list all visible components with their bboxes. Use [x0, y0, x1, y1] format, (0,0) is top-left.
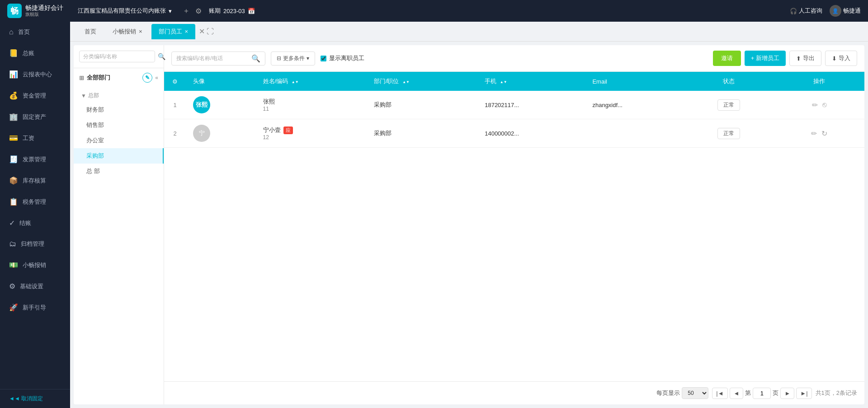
tab-dept-label: 部门员工	[159, 28, 182, 36]
page-size-select: 每页显示 10 20 50 100	[656, 387, 708, 399]
row2-dept: 采购部	[374, 130, 392, 136]
tab-expense[interactable]: 小畅报销 ×	[105, 24, 150, 39]
close-accounts-icon: ✓	[9, 219, 15, 227]
sidebar-item-ledger[interactable]: 📒 总账	[0, 42, 70, 64]
row1-logout-icon[interactable]: ⎋	[822, 101, 827, 109]
row1-dept: 采购部	[374, 101, 392, 108]
export-icon: ⬆	[796, 55, 801, 62]
sidebar-item-assets[interactable]: 🏢 固定资产	[0, 106, 70, 127]
row1-code: 11	[263, 106, 359, 112]
guide-icon: 🚀	[9, 303, 18, 312]
col-avatar-label: 头像	[193, 78, 205, 84]
company-selector[interactable]: 江西服宝精品有限责任公司内账张 ▾	[78, 7, 172, 15]
tab-dept[interactable]: 部门员工 ×	[151, 24, 196, 39]
content-area: 首页 小畅报销 × 部门员工 × ✕ ⛶ 🔍	[70, 22, 868, 408]
tab-home[interactable]: 首页	[77, 24, 104, 39]
row1-edit-icon[interactable]: ✏	[812, 101, 818, 109]
sidebar-item-settings[interactable]: ⚙ 基础设置	[0, 276, 70, 297]
row2-code: 12	[263, 134, 359, 141]
add-tab-icon[interactable]: ＋	[183, 6, 190, 16]
next-page-button[interactable]: ►	[780, 388, 794, 399]
dept-sort-icon[interactable]: ▲▼	[402, 80, 410, 84]
user-menu[interactable]: 👤 畅捷通	[830, 5, 861, 17]
username-label: 畅捷通	[843, 7, 861, 15]
per-page-dropdown[interactable]: 10 20 50 100	[682, 387, 708, 399]
col-name[interactable]: 姓名/编码 ▲▼	[256, 72, 367, 91]
sidebar-label-salary: 工资	[23, 134, 34, 142]
sidebar-label-ledger: 总账	[23, 49, 34, 57]
ledger-icon: 📒	[9, 49, 18, 57]
triangle-icon: ▼	[81, 93, 86, 99]
sidebar-item-expense[interactable]: 💵 小畅报销	[0, 254, 70, 276]
close-all-button[interactable]: ✕	[199, 27, 205, 36]
top-actions: ＋ ⚙	[183, 6, 202, 16]
dept-search-input[interactable]	[79, 51, 155, 62]
add-dept-icon[interactable]: ✎	[142, 73, 152, 83]
last-page-button[interactable]: ►|	[796, 388, 811, 399]
sidebar-item-home[interactable]: ⌂ 首页	[0, 22, 70, 42]
phone-sort-icon[interactable]: ▲▼	[500, 80, 507, 84]
row2-status-badge: 正常	[717, 128, 740, 139]
period-value[interactable]: 2023-03	[223, 8, 245, 14]
row2-dept-cell: 采购部	[367, 119, 477, 148]
col-gear: ⚙	[164, 72, 186, 91]
settings-icon[interactable]: ⚙	[195, 7, 202, 15]
filter-label: 更多条件	[283, 55, 305, 62]
all-dept-header[interactable]: ⊞ 全部部门 ✎ «	[74, 68, 164, 87]
row2-delete-icon[interactable]: ↻	[821, 129, 827, 138]
dropdown-icon[interactable]: ▾	[169, 8, 172, 14]
prev-page-button[interactable]: ◄	[730, 388, 744, 399]
reports-icon: 📊	[9, 70, 18, 79]
show-resign-checkbox[interactable]	[321, 56, 326, 61]
main-layout: ⌂ 首页 📒 总账 📊 云报表中心 💰 资金管理 🏢 固定资产 💳 工资 🧾 发…	[0, 22, 868, 408]
table-header-row: ⚙ 头像 姓名/编码 ▲▼ 部门/职位	[164, 72, 864, 91]
row2-avatar-img: 宁	[193, 125, 210, 142]
dept-node-finance[interactable]: 财务部	[74, 102, 164, 117]
sidebar-item-close[interactable]: ✓ 结账	[0, 212, 70, 234]
employee-search-box: 🔍	[171, 52, 265, 66]
name-sort-icon[interactable]: ▲▼	[292, 80, 299, 84]
grid-icon: ⊞	[79, 75, 84, 81]
page-input[interactable]	[753, 388, 771, 399]
sidebar-item-invoice[interactable]: 🧾 发票管理	[0, 149, 70, 170]
tab-expense-close[interactable]: ×	[139, 28, 142, 35]
sidebar-item-guide[interactable]: 🚀 新手引导	[0, 297, 70, 318]
assets-icon: 🏢	[9, 113, 18, 121]
sidebar-item-archive[interactable]: 🗂 归档管理	[0, 234, 70, 254]
service-label: 人工咨询	[799, 7, 822, 15]
gear-col-icon[interactable]: ⚙	[172, 78, 178, 85]
sidebar-item-salary[interactable]: 💳 工资	[0, 127, 70, 149]
export-button[interactable]: ⬆ 导出	[789, 51, 821, 66]
dept-node-sales[interactable]: 销售部	[74, 117, 164, 133]
dept-node-purchase[interactable]: 采购部	[74, 148, 164, 164]
row1-phone-cell: 187202117...	[477, 91, 585, 119]
sidebar-item-fund[interactable]: 💰 资金管理	[0, 85, 70, 106]
dept-node-general[interactable]: 总 部	[74, 164, 164, 179]
calendar-icon[interactable]: 📅	[248, 8, 255, 14]
row1-email-cell: zhangxidf...	[585, 91, 684, 119]
tab-dept-close[interactable]: ×	[185, 28, 189, 35]
row2-edit-icon[interactable]: ✏	[811, 129, 817, 138]
row1-avatar-img: 张熙	[193, 96, 210, 113]
collapse-dept-icon[interactable]: «	[155, 75, 158, 81]
maximize-button[interactable]: ⛶	[207, 28, 214, 36]
service-button[interactable]: 🎧 人工咨询	[790, 7, 822, 15]
col-phone[interactable]: 手机 ▲▼	[477, 72, 585, 91]
sidebar-item-tax[interactable]: 📋 税务管理	[0, 191, 70, 212]
import-button[interactable]: ⬇ 导入	[825, 51, 857, 66]
col-dept[interactable]: 部门/职位 ▲▼	[367, 72, 477, 91]
add-employee-button[interactable]: + 新增员工	[745, 51, 786, 66]
filter-button[interactable]: ⊟ 更多条件 ▾	[271, 52, 315, 66]
row1-action-cell: ✏ ⎋	[774, 91, 864, 119]
invite-button[interactable]: 邀请	[713, 51, 741, 66]
employee-search-input[interactable]	[176, 55, 249, 61]
dept-node-office[interactable]: 办公室	[74, 133, 164, 148]
sidebar-item-inventory[interactable]: 📦 库存核算	[0, 170, 70, 191]
sidebar-item-reports[interactable]: 📊 云报表中心	[0, 64, 70, 85]
dept-purchase-label: 采购部	[86, 152, 104, 160]
tab-home-label: 首页	[85, 28, 96, 36]
employee-toolbar: 🔍 ⊟ 更多条件 ▾ 显示离职员工 邀请	[164, 45, 864, 72]
first-page-button[interactable]: |◄	[712, 388, 727, 399]
unpin-sidebar[interactable]: ◄◄ 取消固定	[0, 389, 70, 408]
page-total: 共1页，2条记录	[816, 389, 857, 397]
